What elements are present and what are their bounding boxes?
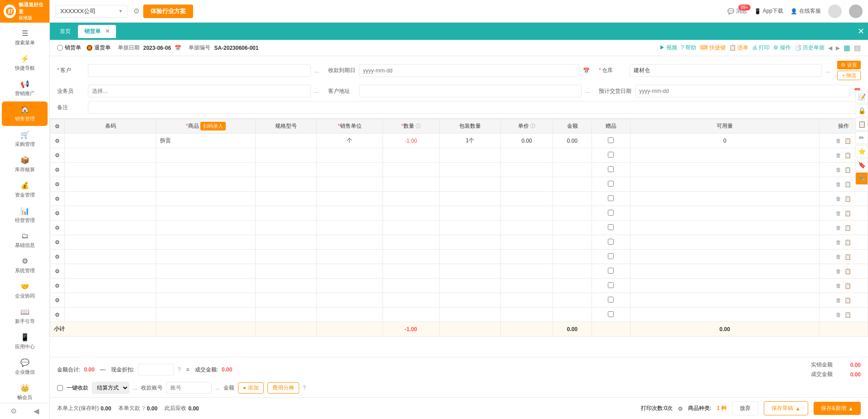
row-barcode-0[interactable]	[65, 134, 156, 148]
row-gear-9[interactable]: ⚙	[50, 264, 65, 279]
help-btn[interactable]: ? 帮助	[681, 44, 696, 52]
sidebar-item-1[interactable]: ⚡快捷导航	[2, 51, 48, 75]
row-qty-4[interactable]	[383, 192, 439, 206]
sidebar-collapse-icon[interactable]: ◀	[34, 407, 39, 415]
row-gear-11[interactable]: ⚙	[50, 293, 65, 308]
right-float-note-icon[interactable]: 📝	[855, 91, 868, 103]
row-amount-12[interactable]	[553, 308, 592, 322]
row-delete-icon-12[interactable]: 🗑	[836, 312, 841, 318]
row-unit-1[interactable]	[317, 148, 383, 163]
row-product-3[interactable]	[156, 177, 256, 192]
row-pkg-qty-9[interactable]	[439, 264, 500, 279]
row-product-10[interactable]	[156, 279, 256, 293]
video-btn[interactable]: ▶ 视频	[659, 44, 677, 52]
row-copy-icon-7[interactable]: 📋	[844, 239, 851, 246]
warehouse-dots[interactable]: ...	[825, 67, 830, 74]
row-spec-2[interactable]	[255, 163, 316, 177]
row-gear-0[interactable]: ⚙	[50, 134, 65, 148]
row-product-11[interactable]	[156, 293, 256, 308]
row-qty-6[interactable]	[383, 221, 439, 235]
row-unit-12[interactable]	[317, 308, 383, 322]
row-unit-price-0[interactable]: 0.00	[501, 134, 553, 148]
row-unit-price-4[interactable]	[501, 192, 553, 206]
operate-btn[interactable]: ⚙ 操作	[773, 44, 790, 52]
row-unit-0[interactable]: 个	[317, 134, 383, 148]
row-product-6[interactable]	[156, 221, 256, 235]
row-amount-4[interactable]	[553, 192, 592, 206]
row-amount-9[interactable]	[553, 264, 592, 279]
row-delete-icon-8[interactable]: 🗑	[836, 254, 841, 260]
row-amount-1[interactable]	[553, 148, 592, 163]
gift-checkbox-8[interactable]	[608, 253, 614, 259]
user-avatar[interactable]	[828, 5, 842, 18]
row-gift-11[interactable]	[592, 293, 630, 308]
experience-btn[interactable]: 体验行业方案	[143, 5, 193, 18]
customer-address-input[interactable]	[359, 85, 582, 97]
row-barcode-12[interactable]	[65, 308, 156, 322]
row-unit-8[interactable]	[317, 250, 383, 264]
row-copy-icon-0[interactable]: 📋	[844, 138, 851, 144]
expense-btn[interactable]: 费用分摊	[267, 382, 299, 394]
barcode-input-8[interactable]	[92, 254, 129, 260]
row-unit-price-8[interactable]	[501, 250, 553, 264]
row-unit-price-11[interactable]	[501, 293, 553, 308]
row-amount-0[interactable]: 0.00	[553, 134, 592, 148]
sidebar-item-7[interactable]: 📊经营管理	[2, 203, 48, 227]
row-spec-9[interactable]	[255, 264, 316, 279]
row-spec-4[interactable]	[255, 192, 316, 206]
row-product-7[interactable]	[156, 235, 256, 250]
remark-input[interactable]	[88, 101, 861, 114]
row-unit-3[interactable]	[317, 177, 383, 192]
salesperson-dots[interactable]: ...	[315, 88, 319, 94]
row-product-9[interactable]	[156, 264, 256, 279]
payment-method-dots[interactable]: ...	[133, 385, 137, 391]
barcode-input-2[interactable]	[92, 167, 129, 173]
radio-return-input[interactable]	[87, 45, 92, 51]
gift-checkbox-2[interactable]	[608, 166, 614, 172]
row-gear-10[interactable]: ⚙	[50, 279, 65, 293]
sidebar-item-12[interactable]: 📱应用中心	[2, 329, 48, 354]
right-float-bookmark-icon[interactable]: 🔖	[855, 159, 868, 171]
print-btn[interactable]: 🖨 打印	[752, 44, 770, 52]
customer-input[interactable]	[88, 64, 311, 77]
row-pkg-qty-8[interactable]	[439, 250, 500, 264]
row-unit-9[interactable]	[317, 264, 383, 279]
row-pkg-qty-3[interactable]	[439, 177, 500, 192]
row-amount-2[interactable]	[553, 163, 592, 177]
gift-checkbox-0[interactable]	[608, 137, 614, 143]
gift-checkbox-4[interactable]	[608, 195, 614, 201]
row-copy-icon-2[interactable]: 📋	[844, 167, 851, 173]
sidebar-item-11[interactable]: 📖新手引导	[2, 304, 48, 328]
row-copy-icon-3[interactable]: 📋	[844, 181, 851, 188]
gift-checkbox-10[interactable]	[608, 282, 614, 288]
barcode-input-1[interactable]	[92, 152, 129, 159]
sidebar-item-3[interactable]: 🏠销售管理	[2, 101, 48, 126]
row-pkg-qty-1[interactable]	[439, 148, 500, 163]
due-date-cal-icon[interactable]: 📅	[583, 67, 590, 74]
row-barcode-7[interactable]	[65, 235, 156, 250]
row-spec-6[interactable]	[255, 221, 316, 235]
row-unit-5[interactable]	[317, 206, 383, 221]
radio-return-order[interactable]: 退货单	[87, 44, 111, 52]
row-copy-icon-5[interactable]: 📋	[844, 210, 851, 217]
row-gear-3[interactable]: ⚙	[50, 177, 65, 192]
row-qty-11[interactable]	[383, 293, 439, 308]
row-delete-icon-3[interactable]: 🗑	[836, 181, 841, 188]
sidebar-item-13[interactable]: 💬企业微信	[2, 355, 48, 379]
row-product-5[interactable]	[156, 206, 256, 221]
row-delete-icon-10[interactable]: 🗑	[836, 283, 841, 289]
row-delete-icon-0[interactable]: 🗑	[836, 138, 841, 144]
row-spec-11[interactable]	[255, 293, 316, 308]
row-gift-6[interactable]	[592, 221, 630, 235]
row-gift-3[interactable]	[592, 177, 630, 192]
history-btn[interactable]: 📑 历史单据	[795, 44, 824, 52]
row-delete-icon-6[interactable]: 🗑	[836, 225, 841, 231]
header-settings-icon[interactable]: ⚙	[133, 7, 140, 15]
row-gear-7[interactable]: ⚙	[50, 235, 65, 250]
barcode-input-12[interactable]	[92, 312, 129, 318]
current-owe-help[interactable]: ?	[142, 405, 145, 412]
settings-btn[interactable]: ⚙ 设置	[837, 61, 861, 69]
row-spec-3[interactable]	[255, 177, 316, 192]
barcode-input-9[interactable]	[92, 268, 129, 275]
gift-checkbox-7[interactable]	[608, 239, 614, 245]
